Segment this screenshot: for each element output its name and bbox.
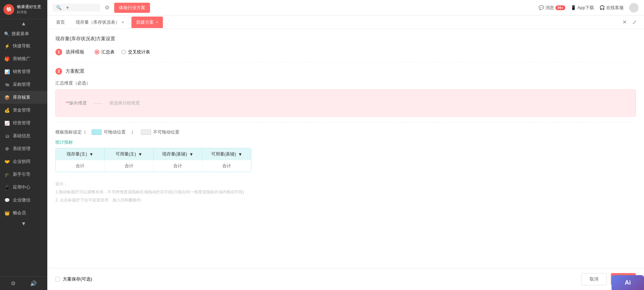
sidebar-item-inventory[interactable]: 📦 库存核算 bbox=[0, 91, 47, 104]
search-dropdown-btn[interactable]: ▼ bbox=[66, 5, 70, 10]
member-icon: 👑 bbox=[4, 210, 10, 216]
window-expand-btn[interactable]: ⤢ bbox=[630, 18, 639, 27]
industry-btn[interactable]: 体验行业方案 bbox=[114, 3, 150, 13]
col-1-dropdown[interactable]: ▼ bbox=[138, 152, 143, 157]
section2-title: 方案配置 bbox=[66, 68, 84, 74]
inventory-icon: 📦 bbox=[4, 94, 10, 100]
radio-cross-table[interactable]: 交叉统计表 bbox=[121, 49, 150, 55]
search-icon: 🔍 bbox=[4, 31, 9, 37]
section1-row: 1 选择模板 汇总表 交叉统计表 bbox=[55, 49, 636, 55]
ai-fab-button[interactable]: Ai bbox=[612, 275, 644, 290]
save-checkbox[interactable]: 方案保存(可选) bbox=[55, 276, 92, 282]
sidebar-search[interactable]: 🔍 搜索菜单 bbox=[0, 28, 47, 40]
cancel-button[interactable]: 取消 bbox=[581, 273, 607, 285]
section-config: 2 方案配置 汇总维度（必选） **纵向维度 —— 请选择分组维度 bbox=[55, 68, 636, 204]
main-area: 🔍 ▼ ⚙ 体验行业方案 💬 消息 99+ 📱 App下载 🎧 在线客服 首页 bbox=[47, 0, 644, 290]
settings-button[interactable]: ⚙ bbox=[11, 280, 16, 287]
tab-inventory[interactable]: 现存量（库存状况表） × bbox=[71, 17, 129, 28]
sidebar-item-quick-nav[interactable]: ⚡ 快捷导航 bbox=[0, 40, 47, 52]
topbar-search-area[interactable]: 🔍 ▼ bbox=[53, 4, 100, 11]
purchase-icon: 🛍 bbox=[4, 81, 10, 88]
col-1-label: 可用量(主) bbox=[116, 151, 136, 157]
stats-col-3[interactable]: 可用量(基辅) ▼ bbox=[202, 148, 251, 160]
save-checkbox-box[interactable] bbox=[55, 277, 60, 282]
section-template: 1 选择模板 汇总表 交叉统计表 bbox=[55, 49, 636, 55]
divider-2 bbox=[55, 122, 636, 122]
quick-nav-icon: ⚡ bbox=[4, 43, 10, 49]
section1-header: 1 选择模板 bbox=[55, 49, 84, 55]
tab-inventory-label: 现存量（库存状况表） bbox=[76, 19, 120, 25]
message-icon: 💬 bbox=[539, 5, 544, 10]
sidebar-item-app-center[interactable]: 📱 应用中心 bbox=[0, 181, 47, 194]
user-avatar[interactable] bbox=[629, 3, 639, 13]
sidebar-item-label: 经营管理 bbox=[13, 120, 30, 126]
stats-col-2[interactable]: 现存量(基辅) ▼ bbox=[154, 148, 203, 160]
movable-indicator: 可拖动位置 bbox=[92, 129, 126, 135]
content-area: 现存量(库存状况表)方案设置 1 选择模板 汇总表 bbox=[47, 29, 644, 268]
sidebar-item-finance[interactable]: 💰 资金管理 bbox=[0, 104, 47, 117]
tabs-bar: 首页 现存量（库存状况表） × 新建方案 × ✕ ⤢ bbox=[47, 16, 644, 29]
content-inner: 现存量(库存状况表)方案设置 1 选择模板 汇总表 bbox=[47, 29, 644, 268]
movable-box bbox=[92, 129, 102, 135]
message-item[interactable]: 💬 消息 99+ bbox=[539, 5, 565, 11]
dimension-required: **纵向维度 bbox=[66, 100, 87, 106]
basic-info-icon: 🗂 bbox=[4, 133, 10, 139]
sales-icon: 📊 bbox=[4, 69, 10, 75]
template-indicator-section: 模板指标设定（ 可拖动位置 ） 不可拖动位置 bbox=[55, 129, 636, 135]
col-3-dropdown[interactable]: ▼ bbox=[238, 152, 243, 157]
tab-new-plan-close[interactable]: × bbox=[156, 20, 158, 25]
col-0-dropdown[interactable]: ▼ bbox=[89, 152, 94, 157]
sidebar-item-label: 营销推广 bbox=[13, 56, 30, 62]
audio-button[interactable]: 🔊 bbox=[30, 280, 37, 287]
sidebar-item-operations[interactable]: 📈 经营管理 bbox=[0, 117, 47, 129]
col-2-label: 现存量(基辅) bbox=[162, 151, 187, 157]
topbar-gear-button[interactable]: ⚙ bbox=[103, 3, 111, 12]
sidebar-item-system[interactable]: ⚙ 系统管理 bbox=[0, 142, 47, 155]
sidebar-item-label: 资金管理 bbox=[13, 107, 30, 113]
stats-col-0[interactable]: 现存量(主) ▼ bbox=[56, 148, 105, 160]
sidebar-scroll-down[interactable]: ▼ bbox=[0, 219, 47, 228]
stats-col-1[interactable]: 可用量(主) ▼ bbox=[105, 148, 154, 160]
sidebar-item-label: 企业微信 bbox=[13, 197, 30, 203]
sidebar-item-new-guide[interactable]: 🎓 新手引导 bbox=[0, 168, 47, 181]
sidebar-item-basic-info[interactable]: 🗂 基础信息 bbox=[0, 129, 47, 142]
section1-number: 1 bbox=[55, 49, 62, 55]
online-service-item[interactable]: 🎧 在线客服 bbox=[599, 5, 624, 11]
tab-home[interactable]: 首页 bbox=[53, 17, 68, 28]
sidebar-item-wechat[interactable]: 💬 企业微信 bbox=[0, 194, 47, 207]
new-guide-icon: 🎓 bbox=[4, 171, 10, 177]
window-controls: ✕ ⤢ bbox=[620, 18, 639, 27]
sidebar-item-marketing[interactable]: 🎁 营销推广 bbox=[0, 52, 47, 65]
section2-number: 2 bbox=[55, 68, 62, 75]
tip-1: 1.拖动标题栏可以调整布局，不可跨维度或指标区域拖动栏目字段(只能在同一维度或指… bbox=[55, 188, 636, 196]
page-title: 现存量(库存状况表)方案设置 bbox=[55, 36, 636, 42]
bottom-bar: 方案保存(可选) 取消 查询 bbox=[47, 268, 644, 290]
stats-body-0: 合计 bbox=[56, 160, 105, 172]
sidebar-scroll-up[interactable]: ▲ bbox=[0, 19, 47, 28]
col-2-dropdown[interactable]: ▼ bbox=[189, 152, 194, 157]
tab-new-plan[interactable]: 新建方案 × bbox=[131, 17, 163, 28]
radio-summary-table[interactable]: 汇总表 bbox=[95, 49, 115, 55]
fixed-indicator: 不可拖动位置 bbox=[141, 129, 179, 135]
col-3-label: 可用量(基辅) bbox=[211, 151, 236, 157]
phone-icon: 📱 bbox=[571, 5, 576, 10]
app-download-item[interactable]: 📱 App下载 bbox=[571, 5, 594, 11]
headset-icon: 🎧 bbox=[599, 5, 605, 10]
window-close-btn[interactable]: ✕ bbox=[620, 18, 629, 27]
save-checkbox-label: 方案保存(可选) bbox=[63, 276, 92, 282]
dimension-separator: —— bbox=[94, 101, 102, 106]
dimension-box[interactable]: **纵向维度 —— 请选择分组维度 bbox=[55, 90, 636, 117]
fixed-box bbox=[141, 129, 151, 135]
sidebar-item-cooperation[interactable]: 🤝 企业协同 bbox=[0, 155, 47, 168]
app-center-icon: 📱 bbox=[4, 184, 10, 190]
sidebar-item-label: 企业协同 bbox=[13, 159, 30, 165]
sidebar-item-label: 新手引导 bbox=[13, 171, 30, 177]
sidebar-item-member[interactable]: 👑 畅会员 bbox=[0, 207, 47, 219]
tips-section: 提示： 1.拖动标题栏可以调整布局，不可跨维度或指标区域拖动栏目字段(只能在同一… bbox=[55, 180, 636, 204]
sidebar-item-purchase[interactable]: 🛍 采购管理 bbox=[0, 78, 47, 91]
sidebar-item-label: 采购管理 bbox=[13, 81, 30, 88]
cooperation-icon: 🤝 bbox=[4, 159, 10, 165]
sidebar-item-sales[interactable]: 📊 销售管理 bbox=[0, 65, 47, 78]
tab-inventory-close[interactable]: × bbox=[122, 20, 124, 25]
dimension-required-text: *纵向维度 bbox=[68, 100, 87, 105]
